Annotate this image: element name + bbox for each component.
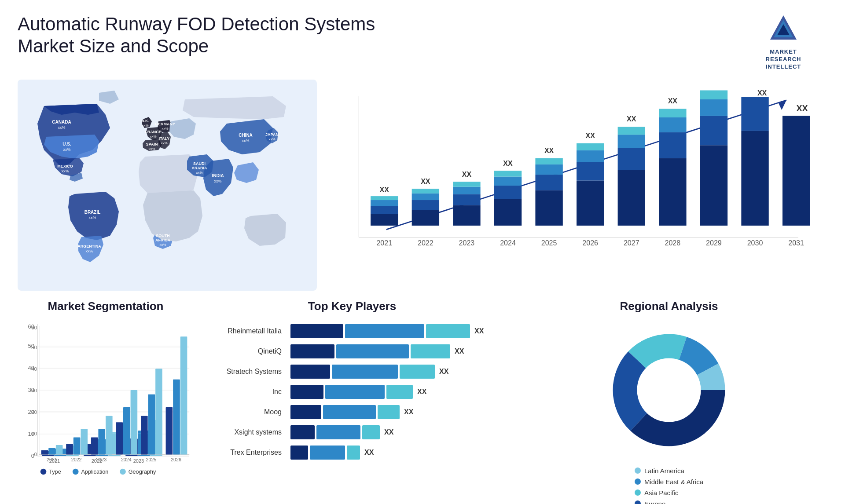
player-value-inc: XX [417,388,426,396]
logo-area: MARKETRESEARCHINTELLECT [739,13,827,71]
mexico-value: xx% [61,169,69,173]
svg-text:60: 60 [31,324,37,330]
header: Automatic Runway FOD Detection Systems M… [18,13,827,71]
canada-value: xx% [58,125,65,130]
saudi-label: SAUDI [193,161,206,166]
svg-point-86 [637,358,701,422]
bar-2028-seg4 [659,109,686,117]
svg-rect-64 [123,407,130,454]
france-value: xx% [150,135,156,139]
argentina-label: ARGENTINA [77,244,101,248]
player-value-qinetiq: XX [455,347,464,355]
svg-rect-57 [81,429,88,455]
bar-2022-seg4 [412,189,439,194]
donut-chart-svg [599,320,739,460]
player-name-moog: Moog [211,408,286,416]
bar-2031-seg1 [783,116,810,226]
year-2028: 2028 [665,238,681,246]
italy-value: xx% [161,141,167,145]
bar-2024-seg1 [494,199,522,226]
china-label: CHINA [239,133,253,138]
usa-value: xx% [63,147,70,152]
argentina-value: xx% [85,249,93,253]
saudi-value: xx% [196,171,202,175]
svg-rect-69 [155,369,162,454]
bar-2026-seg4 [577,143,604,150]
bar-2027-seg4 [618,127,645,135]
regional-container: Latin America Middle East & Africa Asia … [511,320,827,504]
svg-text:10: 10 [31,430,37,436]
bar-2029-seg3 [700,99,727,116]
bar-2028-seg3 [659,117,686,132]
legend-asia-pacific: Asia Pacific [635,489,703,497]
svg-rect-68 [148,394,155,455]
player-bar-qinetiq: XX [290,344,493,358]
legend-dot-europe [635,500,641,504]
legend-middle-east: Middle East & Africa [635,478,703,486]
world-map-svg: CANADA xx% U.S. xx% MEXICO xx% BRAZIL xx… [18,80,317,291]
svg-rect-71 [166,407,173,454]
year-2026: 2026 [582,238,598,246]
page-title: Automatic Runway FOD Detection Systems M… [18,13,414,58]
bar-2024-seg2 [494,186,522,199]
svg-text:2025: 2025 [146,457,156,462]
player-name-rheinmetall: Rheinmetall Italia [211,327,286,335]
top-section: CANADA xx% U.S. xx% MEXICO xx% BRAZIL xx… [18,80,827,291]
bar-2021-seg2 [371,206,398,214]
year-2031: 2031 [788,238,804,246]
svg-rect-56 [73,437,81,454]
svg-text:AFRICA: AFRICA [155,238,170,242]
svg-rect-72 [173,379,180,454]
bottom-section: Market Segmentation 0 10 20 30 40 50 60 [18,299,827,504]
india-value: xx% [214,179,221,183]
legend-label-latin-america: Latin America [644,467,684,475]
bar-2026-label: XX [586,131,595,139]
brazil-value: xx% [88,215,96,220]
player-row-xsight: Xsight systems XX [211,425,493,439]
bar-2027-seg1 [618,170,645,226]
player-row-rheinmetall: Rheinmetall Italia XX [211,324,493,338]
germany-value: xx% [162,127,168,131]
bar-2022-seg1 [412,210,439,226]
germany-label: GERMANY [155,122,175,126]
svg-rect-67 [141,416,148,454]
france-label: FRANCE [145,130,162,134]
svg-rect-53 [56,445,63,454]
svg-text:2021: 2021 [47,457,57,462]
player-name-inc: Inc [211,388,286,396]
bar-2022-seg3 [412,194,439,200]
player-value-rheinmetall: XX [474,327,484,335]
svg-rect-63 [116,422,123,454]
legend-latin-america: Latin America [635,467,703,475]
year-2027: 2027 [624,238,639,246]
svg-text:2026: 2026 [171,457,181,462]
player-row-trex: Trex Enterprises XX [211,446,493,460]
svg-text:2022: 2022 [71,457,82,462]
bar-2024-seg4 [494,171,522,176]
growth-chart-svg: XX 2021 XX 2022 XX 2023 [334,88,819,269]
bar-2023-seg3 [453,186,480,194]
svg-text:Geography: Geography [129,469,156,475]
bar-2022-seg2 [412,200,439,210]
chart-section: XX 2021 XX 2022 XX 2023 [326,80,827,291]
bar-2031-label: XX [796,103,808,113]
year-2022: 2022 [418,238,434,246]
svg-text:Type: Type [49,469,61,475]
bar-2025-seg4 [535,158,562,164]
svg-text:30: 30 [31,387,37,393]
year-2024: 2024 [500,238,516,246]
bar-2026-seg2 [577,162,604,180]
bar-2027-label: XX [627,115,636,123]
year-2029: 2029 [706,238,722,246]
bar-2030-seg1 [741,131,768,226]
regional-title: Regional Analysis [511,299,827,313]
key-players-section: Top Key Players Rheinmetall Italia XX Qi… [202,299,502,504]
svg-text:2023: 2023 [133,458,144,464]
bar-2023-seg2 [453,194,480,205]
india-label: INDIA [212,173,224,178]
bar-2027-seg3 [618,135,645,148]
legend-dot-asia-pacific [635,489,641,496]
player-name-qinetiq: QinetiQ [211,347,286,355]
player-row-inc: Inc XX [211,385,493,399]
svg-point-79 [120,468,126,475]
